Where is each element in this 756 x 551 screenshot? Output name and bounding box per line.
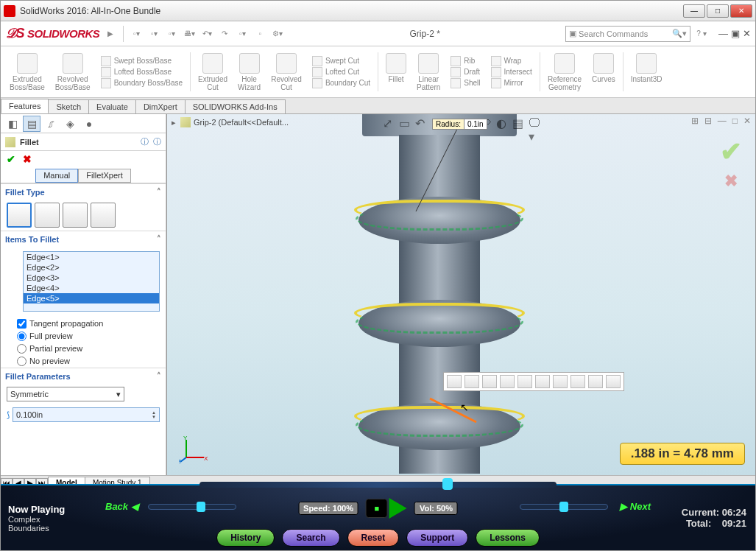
list-item[interactable]: Edge<3> bbox=[24, 273, 159, 283]
display-mgr-icon[interactable]: ● bbox=[80, 116, 98, 132]
vp-minimize[interactable]: — bbox=[718, 116, 727, 126]
inner-minimize[interactable]: — bbox=[718, 28, 728, 39]
fillet-type-variable[interactable] bbox=[35, 203, 60, 228]
view-trimetric[interactable] bbox=[570, 375, 585, 388]
fillet-type-full[interactable] bbox=[91, 203, 116, 228]
ribbon-extruded-cut[interactable]: ExtrudedCut bbox=[194, 49, 232, 94]
radius-input[interactable]: 0.100in ▲▼ bbox=[13, 407, 160, 422]
expand-tree-icon[interactable]: ▸ bbox=[172, 118, 176, 127]
select-button[interactable]: ▫▾ bbox=[236, 27, 249, 41]
panel-pin-icon[interactable]: ⓘ bbox=[153, 136, 161, 147]
ok-button[interactable]: ✔ bbox=[7, 153, 15, 165]
fillet-type-constant[interactable] bbox=[7, 203, 32, 228]
tab-addins[interactable]: SOLIDWORKS Add-Ins bbox=[185, 99, 286, 113]
view-bottom[interactable] bbox=[535, 375, 550, 388]
zoom-area-icon[interactable]: ▭ bbox=[399, 116, 411, 128]
help-button[interactable]: ? ▾ bbox=[695, 27, 708, 41]
params-header[interactable]: Fillet Parameters˄ bbox=[1, 368, 166, 384]
confirm-check-icon[interactable]: ✔ bbox=[720, 136, 742, 167]
window-maximize[interactable]: □ bbox=[707, 4, 729, 18]
play-button[interactable] bbox=[389, 498, 407, 519]
volume-thumb[interactable] bbox=[559, 502, 568, 512]
search-commands-input[interactable]: ▣ Search Commands 🔍▾ bbox=[565, 26, 690, 42]
ribbon-curves[interactable]: Curves bbox=[587, 49, 620, 94]
speed-thumb[interactable] bbox=[197, 502, 205, 512]
ribbon-ref-geometry[interactable]: ReferenceGeometry bbox=[543, 49, 586, 94]
stop-button[interactable]: ■ bbox=[366, 499, 388, 518]
radius-callout[interactable]: Radius: 0.1in bbox=[432, 119, 487, 130]
menu-flyout[interactable]: ▶ bbox=[104, 27, 117, 41]
view-normal[interactable] bbox=[606, 375, 621, 388]
inner-restore[interactable]: ▣ bbox=[731, 28, 740, 39]
new-doc-button[interactable]: ▫▾ bbox=[130, 27, 143, 41]
progress-thumb[interactable] bbox=[442, 478, 453, 490]
ribbon-hole-wizard[interactable]: HoleWizard bbox=[233, 49, 265, 94]
fillet-type-face[interactable] bbox=[63, 203, 88, 228]
panel-help-icon[interactable]: ⓘ bbox=[141, 136, 149, 147]
subtab-manual[interactable]: Manual bbox=[35, 169, 78, 183]
print-button[interactable]: 🖶▾ bbox=[183, 27, 196, 41]
back-button[interactable]: Back ◀ bbox=[105, 501, 138, 512]
ribbon-wrap-group[interactable]: Wrap Intersect Mirror bbox=[487, 49, 537, 94]
ribbon-instant3d[interactable]: Instant3D bbox=[626, 49, 667, 94]
history-button[interactable]: History bbox=[216, 529, 275, 547]
list-item[interactable]: Edge<1> bbox=[24, 252, 159, 262]
subtab-filletxpert[interactable]: FilletXpert bbox=[78, 169, 131, 183]
breadcrumb[interactable]: Grip-2 (Default<<Default... bbox=[194, 118, 289, 127]
vp-tile-icon[interactable]: ⊞ bbox=[691, 116, 699, 126]
config-mgr-icon[interactable]: ⎎ bbox=[42, 116, 60, 132]
view-iso[interactable] bbox=[553, 375, 568, 388]
next-button[interactable]: ▶ Next bbox=[620, 501, 651, 512]
appearance-icon[interactable]: ◐ bbox=[496, 116, 508, 128]
property-mgr-icon[interactable]: ▤ bbox=[23, 116, 40, 132]
partial-preview-radio[interactable]: Partial preview bbox=[17, 343, 166, 355]
redo-button[interactable]: ↷ bbox=[218, 27, 231, 41]
speed-slider[interactable] bbox=[148, 504, 236, 510]
scene-icon[interactable]: ▤ bbox=[512, 116, 524, 128]
items-header[interactable]: Items To Fillet˄ bbox=[1, 231, 166, 247]
tab-features[interactable]: Features bbox=[1, 99, 49, 113]
search-button[interactable]: Search bbox=[282, 529, 339, 547]
dimxpert-mgr-icon[interactable]: ◈ bbox=[61, 116, 79, 132]
window-minimize[interactable]: — bbox=[683, 4, 705, 18]
support-button[interactable]: Support bbox=[406, 529, 468, 547]
ribbon-rib-group[interactable]: Rib Draft Shell bbox=[446, 49, 484, 94]
volume-slider[interactable] bbox=[520, 504, 608, 510]
view-left[interactable] bbox=[482, 375, 497, 388]
ribbon-extruded-boss[interactable]: ExtrudedBoss/Base bbox=[5, 49, 49, 94]
ribbon-boss-group[interactable]: Swept Boss/Base Lofted Boss/Base Boundar… bbox=[96, 49, 187, 94]
view-back[interactable] bbox=[464, 375, 479, 388]
open-doc-button[interactable]: ▫▾ bbox=[147, 27, 160, 41]
lessons-button[interactable]: Lessons bbox=[476, 529, 540, 547]
view-front[interactable] bbox=[447, 375, 462, 388]
viewport[interactable]: ▸ Grip-2 (Default<<Default... ⤢ ▭ ↶ ▥ ▣ … bbox=[166, 114, 755, 475]
tab-sketch[interactable]: Sketch bbox=[48, 99, 89, 113]
progress-slider[interactable] bbox=[199, 482, 557, 488]
ribbon-linear-pattern[interactable]: LinearPattern bbox=[412, 49, 445, 94]
part-model[interactable] bbox=[336, 114, 543, 475]
list-item-selected[interactable]: Edge<5> bbox=[24, 293, 159, 303]
confirm-cancel-icon[interactable]: ✖ bbox=[724, 172, 738, 191]
ribbon-revolved-cut[interactable]: RevolvedCut bbox=[266, 49, 306, 94]
tab-dimxpert[interactable]: DimXpert bbox=[135, 99, 186, 113]
prev-view-icon[interactable]: ↶ bbox=[415, 116, 427, 128]
cancel-button[interactable]: ✖ bbox=[23, 153, 32, 165]
ribbon-cut-group[interactable]: Swept Cut Lofted Cut Boundary Cut bbox=[308, 49, 375, 94]
view-top[interactable] bbox=[517, 375, 532, 388]
zoom-fit-icon[interactable]: ⤢ bbox=[383, 116, 395, 128]
options-button[interactable]: ⚙▾ bbox=[271, 27, 284, 41]
rebuild-button[interactable]: ▫ bbox=[253, 27, 266, 41]
vp-close[interactable]: ✕ bbox=[743, 116, 751, 126]
list-item[interactable]: Edge<4> bbox=[24, 283, 159, 293]
view-dimetric[interactable] bbox=[588, 375, 603, 388]
tangent-propagation-checkbox[interactable]: Tangent propagation bbox=[17, 317, 166, 330]
undo-button[interactable]: ↶▾ bbox=[200, 27, 213, 41]
inner-close[interactable]: ✕ bbox=[743, 28, 751, 39]
view-settings-icon[interactable]: 🖵▾ bbox=[529, 116, 540, 128]
no-preview-radio[interactable]: No preview bbox=[17, 355, 166, 368]
ribbon-revolved-boss[interactable]: RevolvedBoss/Base bbox=[51, 49, 95, 94]
ribbon-fillet[interactable]: Fillet bbox=[381, 49, 411, 94]
param-mode-select[interactable]: Symmetric▾ bbox=[7, 387, 124, 401]
tab-evaluate[interactable]: Evaluate bbox=[88, 99, 136, 113]
reset-button[interactable]: Reset bbox=[347, 529, 400, 547]
